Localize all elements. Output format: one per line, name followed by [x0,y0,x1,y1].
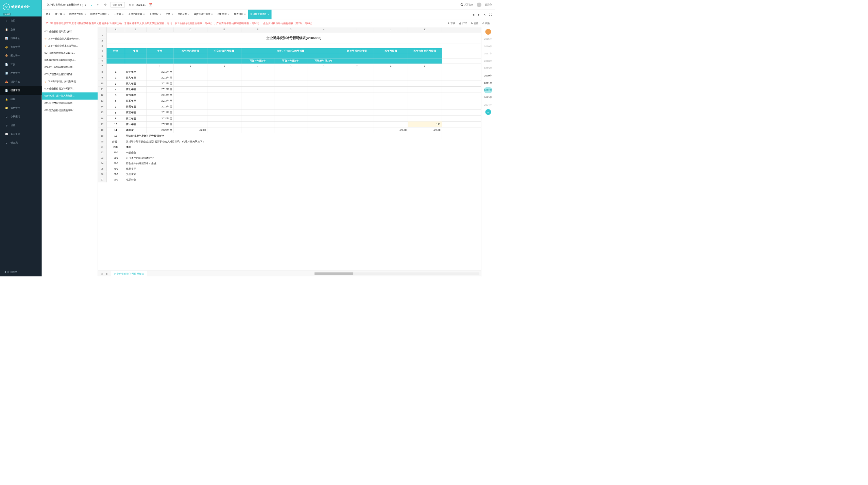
switch-version-button[interactable]: 切到旧版 [110,2,125,7]
form-item[interactable]: 010-免税、减计收入及加计... [42,92,98,100]
sidebar-item-新手引导[interactable]: 📖新手引导 [0,130,42,139]
close-icon[interactable]: ✕ [228,13,229,15]
sidebar-item-小畅报销[interactable]: G小畅报销 [0,112,42,121]
form-item[interactable]: ⊘008-资产折旧、摊销及纳税... [42,78,98,85]
close-icon[interactable]: ✕ [108,13,109,15]
tab-所得税汇算清缴[interactable]: 所得税汇算清缴 ✕ [248,10,272,19]
year-item[interactable]: 2023年 [483,94,493,101]
tab-next-icon[interactable]: ▶ [477,12,481,17]
sidebar-item-固定资产[interactable]: 📦固定资产 [0,51,42,60]
period-value[interactable]: 2023-11 [136,3,146,6]
gear-icon[interactable]: ⚙ [103,2,108,7]
year-item[interactable]: 2016年 [483,42,493,50]
nav-icon: ⚙ [5,124,8,127]
chevron-down-icon[interactable]: ⌄ [90,3,93,6]
close-icon[interactable]: ✕ [211,13,213,15]
tab-工资表[interactable]: 工资表 ✕ [112,10,126,19]
form-item[interactable]: ⊘002-一般企业收入明细表(A10... [42,35,98,42]
form-item[interactable]: 006-职工薪酬纳税调整明细... [42,64,98,71]
sidebar-item-总账[interactable]: 📋总账 [0,25,42,34]
form-item[interactable]: 012-减免所得税优惠明细表(... [42,107,98,114]
col-header: G [274,27,307,32]
col-header: I [340,27,374,32]
calendar-icon[interactable]: 📅 [148,2,153,7]
unpin-button[interactable]: ◀ 取消固定 [0,267,42,276]
tab-close-all-icon[interactable]: ✕ [482,12,487,17]
close-icon[interactable]: ✕ [143,13,145,15]
tab-固定资产类别[interactable]: 固定资产类别 ✕ [67,10,88,19]
sidebar-item-结账[interactable]: 🔒结账 [0,95,42,104]
close-icon[interactable]: ✕ [159,13,161,15]
year-down-icon[interactable]: ⌄ [485,109,491,115]
user-name[interactable]: 徐泽华 [485,3,492,6]
sidebar-item-归档管理[interactable]: 📁归档管理 [0,104,42,112]
close-icon[interactable]: ✕ [63,13,65,15]
logo-sub: 专业版 [3,13,11,15]
year-item[interactable]: 2018年 [483,57,493,65]
sidebar-item-进销台账[interactable]: 📥进销台账 [0,77,42,86]
sidebar-item-税务管理[interactable]: 📑税务管理 [0,86,42,95]
row-num: 4 [107,87,125,92]
row-num: 11 [107,127,125,133]
close-icon[interactable]: ✕ [244,13,246,15]
year-up-icon[interactable]: ⌃ [485,29,491,35]
year-item[interactable]: 2024年 [483,101,493,108]
tab-发票[interactable]: 发票 ✕ [164,10,175,19]
sidebar-item-资金管理[interactable]: 💰资金管理 [0,42,42,51]
refresh-button[interactable]: ⟳ 刷新 [482,22,490,25]
year-item[interactable]: 2021年 [483,80,493,87]
form-item[interactable]: 005-纳税调整项目明细表(A1... [42,56,98,64]
tab-统计表[interactable]: 统计表 ✕ [53,10,67,19]
year-item[interactable]: 2017年 [483,50,493,57]
col-header: K [408,27,442,32]
close-icon[interactable]: ✕ [188,13,189,15]
form-item[interactable]: 009-企业所得税弥补亏损明... [42,85,98,92]
sheet-tab-prev-icon[interactable]: ◀ [100,272,104,275]
sidebar-item-首页[interactable]: ⌂首页 [0,16,42,25]
tab-存货别名对照表[interactable]: 存货别名对照表 ✕ [192,10,215,19]
year-item[interactable]: 2015年 [483,35,493,43]
tab-工资统计报表[interactable]: 工资统计报表 ✕ [126,10,147,19]
sidebar-item-报表中心[interactable]: 📊报表中心 [0,34,42,43]
tab-固定资产明细账[interactable]: 固定资产明细账 ✕ [88,10,112,19]
tab-进销台账[interactable]: 进销台账 ✕ [175,10,191,19]
form-item[interactable]: ⊘003-一般企业成本支出明细... [42,42,98,49]
row-num: 9 [107,116,125,121]
close-icon[interactable]: ✕ [171,13,173,15]
add-icon[interactable]: + [95,2,100,7]
avatar[interactable] [477,2,481,7]
year-item[interactable]: 2022年 [484,87,492,93]
col-header: B [125,27,147,32]
tab-税表清册[interactable]: 税表清册 ✕ [232,10,248,19]
row-num: 7 [107,104,125,110]
sheet-scrollbar[interactable] [314,272,479,275]
notice-text: 2019年度涉及取以前年度结转数据的申报表单元格需要手工维护正确，才能保证本年及… [42,19,443,27]
sidebar-item-设置[interactable]: ⚙设置 [0,121,42,130]
sheet-tab[interactable]: 企业所得税弥补亏损明细表 [111,271,147,277]
download-button[interactable]: ⬇ 下载 [448,22,455,25]
form-item[interactable]: 011-研发费用加计扣除优惠... [42,100,98,107]
form-item[interactable]: 004-期间费用明细表(A1040... [42,49,98,56]
tab-税务申报[interactable]: 税务申报 ✕ [215,10,232,19]
account-selector[interactable]: 刘小艳演示账套（勿删勿动！）1 [45,2,88,7]
sidebar-item-畅会员[interactable]: V畅会员 [0,139,42,148]
form-item[interactable]: 007-广告费和业务宣传费跨... [42,71,98,78]
tab-首页[interactable]: 首页 [44,10,53,19]
print-button[interactable]: 🖨 打印 [459,22,467,25]
close-icon[interactable]: ✕ [268,13,269,15]
reset-button[interactable]: ↻ 重置 [471,22,478,25]
sidebar-item-发票管理[interactable]: 🧾发票管理 [0,69,42,77]
row-num: 3 [107,81,125,87]
fullscreen-icon[interactable]: ⛶ [488,12,493,17]
tab-prev-icon[interactable]: ◀ [471,12,475,17]
year-item[interactable]: 2020年 [483,72,493,80]
sidebar-item-工资[interactable]: 📄工资 [0,60,42,69]
year-item[interactable]: 2019年 [483,65,493,72]
tab-个税申报[interactable]: 个税申报 ✕ [147,10,163,19]
row-num: 2 [107,75,125,81]
form-item[interactable]: 001-企业所得税年度纳税申... [42,28,98,35]
close-icon[interactable]: ✕ [122,13,124,15]
close-icon[interactable]: ✕ [84,13,86,15]
sheet-tab-next-icon[interactable]: ▶ [105,272,109,275]
consult-link[interactable]: 🎧 人工咨询 [460,3,473,6]
